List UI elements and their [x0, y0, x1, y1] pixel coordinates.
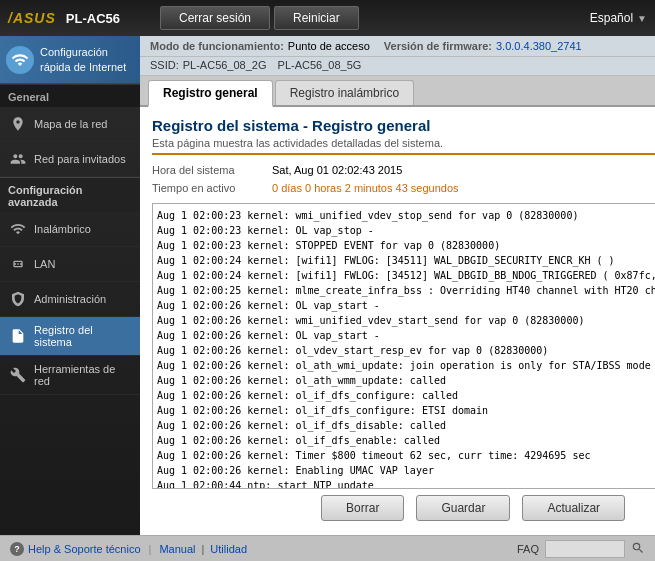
- sidebar-item-lan-label: LAN: [34, 258, 55, 270]
- log-line: Aug 1 02:00:23 kernel: OL vap_stop -: [157, 223, 655, 238]
- tab-wireless[interactable]: Registro inalámbrico: [275, 80, 414, 105]
- system-time-row: Hora del sistema Sat, Aug 01 02:02:43 20…: [152, 161, 655, 179]
- logo-area: /ASUS PL-AC56: [8, 10, 120, 26]
- language-label: Español: [590, 11, 633, 25]
- log-line: Aug 1 02:00:26 kernel: Enabling UMAC VAP…: [157, 463, 655, 478]
- sidebar-item-map-label: Mapa de la red: [34, 118, 107, 130]
- log-line: Aug 1 02:00:26 kernel: ol_vdev_start_res…: [157, 343, 655, 358]
- top-buttons: Cerrar sesión Reiniciar: [160, 6, 590, 30]
- wireless-icon: [8, 219, 28, 239]
- firmware-link[interactable]: 3.0.0.4.380_2741: [496, 40, 582, 52]
- restart-button[interactable]: Reiniciar: [274, 6, 359, 30]
- log-line: Aug 1 02:00:26 kernel: OL vap_start -: [157, 328, 655, 343]
- sidebar: Configuración rápida de Internet General…: [0, 36, 140, 535]
- syslog-icon: [8, 326, 28, 346]
- log-line: Aug 1 02:00:26 kernel: ol_if_dfs_configu…: [157, 388, 655, 403]
- sidebar-item-guests-label: Red para invitados: [34, 153, 126, 165]
- mode-label: Modo de funcionamiento:: [150, 40, 284, 52]
- footer-separator: |: [201, 543, 204, 555]
- log-container[interactable]: Aug 1 02:00:23 kernel: wmi_unified_vdev_…: [152, 203, 655, 489]
- mode-bar: Modo de funcionamiento: Punto de acceso …: [140, 36, 655, 57]
- log-line: Aug 1 02:00:26 kernel: ol_if_dfs_configu…: [157, 403, 655, 418]
- footer-search-icon: [631, 541, 645, 557]
- log-line: Aug 1 02:00:26 kernel: ol_if_dfs_disable…: [157, 418, 655, 433]
- sidebar-item-quick-internet[interactable]: Configuración rápida de Internet: [0, 36, 140, 84]
- ssid-bar: SSID: PL-AC56_08_2G PL-AC56_08_5G: [140, 57, 655, 76]
- main-layout: Configuración rápida de Internet General…: [0, 36, 655, 535]
- language-select-area: Español ▼: [590, 11, 647, 25]
- lan-icon: [8, 254, 28, 274]
- page-main-title: Registro del sistema - Registro general: [152, 117, 655, 134]
- footer-utility-link[interactable]: Utilidad: [210, 543, 247, 555]
- log-line: Aug 1 02:00:26 kernel: ol_ath_wmm_update…: [157, 373, 655, 388]
- log-line: Aug 1 02:00:26 kernel: OL vap_start -: [157, 298, 655, 313]
- inner-content: Registro del sistema - Registro general …: [140, 107, 655, 535]
- system-time-value: Sat, Aug 01 02:02:43 2015: [272, 164, 402, 176]
- tab-general[interactable]: Registro general: [148, 80, 273, 107]
- network-map-icon: [8, 114, 28, 134]
- quick-internet-label: Configuración rápida de Internet: [40, 45, 134, 74]
- tools-icon: [8, 365, 28, 385]
- log-line: Aug 1 02:00:26 kernel: wmi_unified_vdev_…: [157, 313, 655, 328]
- sidebar-section-advanced: Configuración avanzada: [0, 177, 140, 212]
- chevron-down-icon: ▼: [637, 13, 647, 24]
- ssid-label: SSID:: [150, 59, 179, 71]
- ssid-separator: [271, 59, 274, 71]
- sidebar-item-syslog[interactable]: Registro del sistema: [0, 317, 140, 356]
- model-name: PL-AC56: [66, 11, 120, 26]
- footer-right-section: FAQ: [517, 540, 645, 558]
- log-line: Aug 1 02:00:26 kernel: Timer $800 timeou…: [157, 448, 655, 463]
- sidebar-item-guests[interactable]: Red para invitados: [0, 142, 140, 177]
- sidebar-item-tools-label: Herramientas de red: [34, 363, 132, 387]
- log-line: Aug 1 02:00:25 kernel: mlme_create_infra…: [157, 283, 655, 298]
- guests-icon: [8, 149, 28, 169]
- sidebar-item-wireless[interactable]: Inalámbrico: [0, 212, 140, 247]
- footer-faq-label: FAQ: [517, 543, 539, 555]
- top-bar: /ASUS PL-AC56 Cerrar sesión Reiniciar Es…: [0, 0, 655, 36]
- sidebar-item-lan[interactable]: LAN: [0, 247, 140, 282]
- status-table: Hora del sistema Sat, Aug 01 02:02:43 20…: [152, 161, 655, 197]
- mode-value: Punto de acceso: [288, 40, 370, 52]
- asus-logo: /ASUS: [8, 10, 56, 26]
- sidebar-item-admin[interactable]: Administración: [0, 282, 140, 317]
- footer-left: ? Help & Soporte técnico | Manual | Util…: [10, 542, 247, 556]
- uptime-value: 0 días 0 horas 2 minutos 43 segundos: [272, 182, 459, 194]
- admin-icon: [8, 289, 28, 309]
- sidebar-item-wireless-label: Inalámbrico: [34, 223, 91, 235]
- quick-internet-icon: [6, 46, 34, 74]
- footer-help-label[interactable]: Help & Soporte técnico: [28, 543, 141, 555]
- footer: ? Help & Soporte técnico | Manual | Util…: [0, 535, 655, 561]
- bottom-buttons: Borrar Guardar Actualizar: [152, 495, 655, 525]
- logout-button[interactable]: Cerrar sesión: [160, 6, 270, 30]
- log-line: Aug 1 02:00:26 kernel: ol_ath_wmi_update…: [157, 358, 655, 373]
- sidebar-item-syslog-label: Registro del sistema: [34, 324, 132, 348]
- footer-search-input[interactable]: [545, 540, 625, 558]
- page-description: Esta página muestra las actividades deta…: [152, 137, 655, 149]
- firmware-label: Versión de firmware:: [384, 40, 492, 52]
- uptime-row: Tiempo en activo 0 días 0 horas 2 minuto…: [152, 179, 655, 197]
- ssid-2g-value: PL-AC56_08_2G: [183, 59, 267, 71]
- uptime-label: Tiempo en activo: [152, 182, 272, 194]
- help-circle-icon: ?: [10, 542, 24, 556]
- log-line: Aug 1 02:00:44 ntp: start NTP update: [157, 478, 655, 489]
- sidebar-item-map[interactable]: Mapa de la red: [0, 107, 140, 142]
- tabs-bar: Registro general Registro inalámbrico: [140, 76, 655, 107]
- log-line: Aug 1 02:00:24 kernel: [wifi1] FWLOG: [3…: [157, 268, 655, 283]
- sidebar-item-tools[interactable]: Herramientas de red: [0, 356, 140, 395]
- page-title-section: Registro del sistema - Registro general …: [152, 117, 655, 155]
- log-line: Aug 1 02:00:23 kernel: STOPPED EVENT for…: [157, 238, 655, 253]
- ssid-5g-value: PL-AC56_08_5G: [278, 59, 362, 71]
- content-area: Modo de funcionamiento: Punto de acceso …: [140, 36, 655, 535]
- footer-manual-link[interactable]: Manual: [159, 543, 195, 555]
- delete-button[interactable]: Borrar: [321, 495, 404, 521]
- system-time-label: Hora del sistema: [152, 164, 272, 176]
- log-line: Aug 1 02:00:24 kernel: [wifi1] FWLOG: [3…: [157, 253, 655, 268]
- log-line: Aug 1 02:00:23 kernel: wmi_unified_vdev_…: [157, 208, 655, 223]
- log-line: Aug 1 02:00:26 kernel: ol_if_dfs_enable:…: [157, 433, 655, 448]
- refresh-button[interactable]: Actualizar: [522, 495, 625, 521]
- sidebar-section-general: General: [0, 84, 140, 107]
- save-button[interactable]: Guardar: [416, 495, 510, 521]
- sidebar-item-admin-label: Administración: [34, 293, 106, 305]
